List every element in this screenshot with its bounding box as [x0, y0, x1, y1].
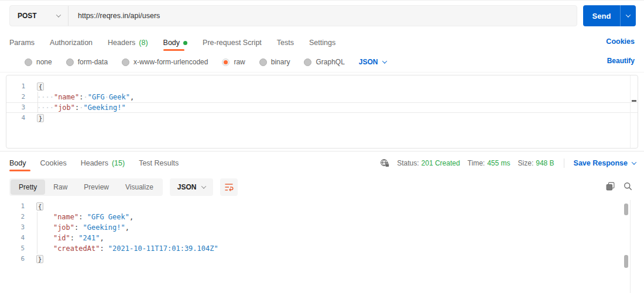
response-tabs: Body Cookies Headers(15) Test Results — [9, 156, 179, 171]
save-response-button[interactable]: Save Response — [574, 159, 636, 167]
radio-label: GraphQL — [316, 58, 344, 66]
tab-label: Authorization — [50, 39, 93, 47]
radio-icon — [122, 58, 129, 66]
raw-language-selector[interactable]: JSON — [359, 58, 386, 66]
language-label: JSON — [359, 58, 378, 66]
token-p: : — [74, 223, 83, 232]
token-p: : — [70, 234, 78, 242]
token-key: "job" — [54, 104, 75, 112]
response-language-selector[interactable]: JSON — [170, 178, 213, 196]
radio-raw[interactable]: raw — [222, 58, 245, 66]
chevron-down-icon — [632, 160, 636, 164]
line-number: 2 — [6, 92, 25, 102]
search-icon[interactable] — [624, 182, 632, 191]
radio-icon — [25, 58, 32, 66]
tab-label: Cookies — [40, 159, 67, 167]
token-fold: } — [37, 114, 44, 122]
copy-icon[interactable] — [606, 182, 615, 191]
wrap-lines-button[interactable] — [220, 178, 238, 196]
code-line: 1{ — [6, 201, 638, 212]
response-body-editor[interactable]: 1{2 "name": "GFG Geek",3 "job": "Geeking… — [6, 200, 638, 293]
method-selector[interactable]: POST — [10, 6, 68, 26]
token-p: : — [100, 244, 108, 253]
beautify-link[interactable]: Beautify — [607, 57, 635, 65]
token-p: : — [78, 213, 87, 221]
token-str: "241" — [78, 234, 100, 242]
view-preview[interactable]: Preview — [76, 180, 117, 195]
tab-label: Tests — [277, 39, 294, 47]
token-ws: · — [84, 93, 88, 101]
headers-count-badge: (8) — [139, 39, 148, 47]
view-visualize[interactable]: Visualize — [117, 180, 162, 195]
view-pretty[interactable]: Pretty — [11, 180, 45, 195]
divider — [0, 151, 644, 151]
divider — [564, 158, 564, 168]
tab-authorization[interactable]: Authorization — [50, 39, 93, 47]
token-p — [36, 244, 53, 253]
tab-headers[interactable]: Headers(8) — [108, 39, 148, 47]
code-text: "job": "Geeking!", — [25, 222, 129, 233]
send-button[interactable]: Send — [583, 5, 620, 26]
network-info-icon[interactable] — [380, 158, 389, 168]
token-p: , — [100, 234, 104, 242]
line-number: 2 — [6, 212, 25, 222]
token-p — [36, 234, 53, 242]
tab-response-headers[interactable]: Headers(15) — [81, 159, 125, 167]
code-line: 1{ — [6, 81, 638, 92]
tab-pre-request-script[interactable]: Pre-request Script — [203, 39, 262, 47]
token-str: Geek" — [109, 93, 130, 101]
radio-selected-icon — [222, 58, 229, 66]
code-text: ····"job":·"Geeking!" — [25, 103, 126, 112]
radio-label: raw — [234, 58, 245, 66]
code-line: 3 "job": "Geeking!", — [6, 222, 638, 233]
tab-response-cookies[interactable]: Cookies — [40, 159, 67, 167]
line-number: 6 — [6, 254, 25, 264]
divider — [0, 72, 644, 73]
url-input[interactable]: https://reqres.in/api/users — [68, 6, 577, 26]
response-view-switcher: Pretty Raw Preview Visualize — [9, 178, 163, 196]
tab-settings[interactable]: Settings — [309, 39, 335, 47]
chevron-down-icon — [382, 58, 386, 63]
view-raw[interactable]: Raw — [45, 180, 76, 195]
body-type-selector: none form-data x-www-form-urlencoded raw… — [25, 55, 386, 69]
token-p: , — [125, 223, 129, 232]
radio-binary[interactable]: binary — [259, 58, 290, 66]
radio-icon — [304, 58, 311, 66]
radio-graphql[interactable]: GraphQL — [304, 58, 344, 66]
token-p: , — [130, 93, 134, 101]
line-number: 1 — [6, 81, 25, 92]
scrollbar-thumb[interactable] — [624, 204, 628, 215]
scrollbar-thumb[interactable] — [624, 255, 628, 268]
send-options-button[interactable] — [620, 5, 636, 26]
radio-label: none — [36, 58, 52, 66]
tab-label: Test Results — [139, 159, 179, 167]
radio-none[interactable]: none — [25, 58, 52, 66]
request-body-editor[interactable]: 1{2····"name":·"GFG·Geek",3····"job":·"G… — [6, 75, 638, 149]
radio-form-data[interactable]: form-data — [66, 58, 108, 66]
code-line: 2 "name": "GFG Geek", — [6, 212, 638, 222]
code-line: 5 "createdAt": "2021-10-11T17:01:39.104Z… — [6, 243, 638, 254]
tab-params[interactable]: Params — [9, 39, 35, 47]
tab-response-body[interactable]: Body — [9, 159, 26, 167]
editor-overview-ruler[interactable] — [630, 75, 638, 148]
view-label: Pretty — [19, 183, 37, 191]
view-label: Raw — [53, 183, 67, 191]
view-label: Preview — [84, 183, 109, 191]
tab-body[interactable]: Body — [163, 39, 188, 47]
token-key: "name" — [53, 213, 78, 221]
radio-icon — [66, 58, 74, 66]
cookies-link[interactable]: Cookies — [606, 37, 635, 46]
url-text: https://reqres.in/api/users — [78, 12, 160, 20]
code-text: { — [25, 201, 43, 212]
status-value: 201 Created — [422, 159, 460, 167]
token-str: "Geeking!" — [84, 104, 126, 112]
code-text: ····"name":·"GFG·Geek", — [25, 92, 134, 102]
size-label: Size: — [518, 159, 534, 167]
token-ws: · — [79, 104, 83, 112]
radio-x-www-form-urlencoded[interactable]: x-www-form-urlencoded — [122, 58, 208, 66]
tab-tests[interactable]: Tests — [277, 39, 294, 47]
tab-test-results[interactable]: Test Results — [139, 159, 179, 167]
token-p — [36, 223, 53, 232]
chevron-down-icon — [626, 12, 631, 17]
save-response-label: Save Response — [574, 159, 628, 167]
